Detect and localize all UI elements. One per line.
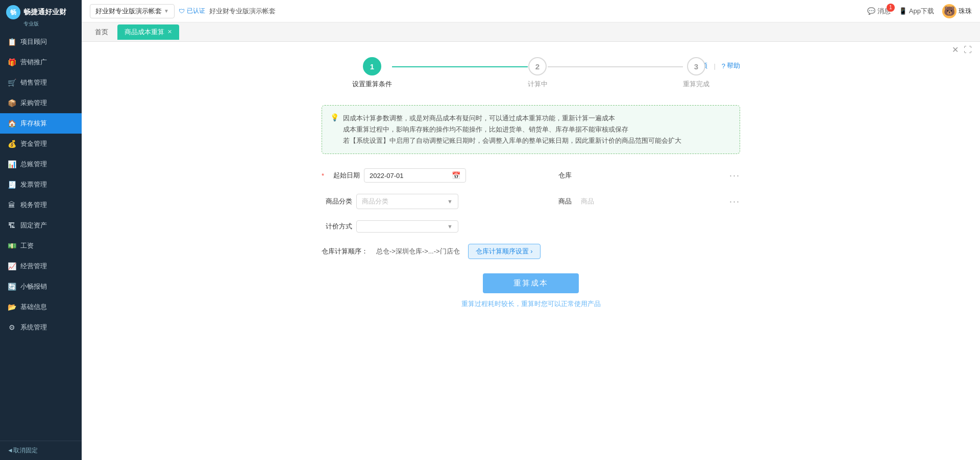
invoice-icon: 🧾 bbox=[7, 181, 16, 189]
step-1-circle: 1 bbox=[363, 57, 381, 75]
recalc-section: 重算成本 重算过程耗时较长，重算时您可以正常使用产品 bbox=[322, 273, 740, 309]
system-icon: ⚙ bbox=[7, 323, 16, 331]
sidebar-item-ledger[interactable]: 📊 总账管理 bbox=[0, 154, 82, 174]
divider: | bbox=[714, 62, 715, 70]
account-selector[interactable]: 好业财专业版演示帐套 ▼ bbox=[90, 4, 175, 18]
sidebar-item-label: 发票管理 bbox=[20, 180, 47, 189]
message-badge: 1 bbox=[887, 4, 895, 12]
message-button[interactable]: 💬 消息 1 bbox=[867, 7, 891, 16]
sidebar-item-sales[interactable]: 🛒 销售管理 bbox=[0, 72, 82, 93]
sidebar-item-finance[interactable]: 💰 资金管理 bbox=[0, 134, 82, 154]
topbar: 好业财专业版演示帐套 ▼ 🛡 已认证 好业财专业版演示帐套 💬 消息 1 📱 A… bbox=[82, 0, 980, 22]
tab-home[interactable]: 首页 bbox=[88, 24, 115, 40]
warehouse-picker[interactable]: ··· bbox=[729, 170, 740, 181]
warehouse-label: 仓库 bbox=[541, 171, 572, 180]
sidebar-item-label: 总账管理 bbox=[20, 160, 47, 169]
start-date-value: 2022-07-01 bbox=[370, 172, 448, 180]
step-line-2 bbox=[548, 66, 683, 67]
user-name: 珠珠 bbox=[959, 7, 972, 16]
sidebar-item-expense[interactable]: 🔄 小畅报销 bbox=[0, 276, 82, 297]
sidebar-item-label: 资金管理 bbox=[20, 139, 47, 148]
project-icon: 📋 bbox=[7, 38, 16, 46]
step-1: 1 设置重算条件 bbox=[352, 57, 392, 89]
content-area: ✕ ⛶ 1 设置重算条件 bbox=[82, 42, 980, 460]
sidebar-item-label: 系统管理 bbox=[20, 323, 47, 332]
app-name: 畅捷通好业财 bbox=[23, 8, 66, 17]
sidebar-item-basic[interactable]: 📂 基础信息 bbox=[0, 297, 82, 317]
sidebar-item-label: 采购管理 bbox=[20, 98, 47, 108]
calc-order-btn-label: 仓库计算顺序设置 › bbox=[476, 247, 533, 256]
category-select[interactable]: 商品分类 ▼ bbox=[356, 194, 458, 209]
help-link[interactable]: ? 帮助 bbox=[722, 61, 740, 70]
app-logo: 畅 畅捷通好业财 专业版 bbox=[0, 0, 82, 32]
calc-order-row: 仓库计算顺序： 总仓->深圳仓库->...->门店仓 仓库计算顺序设置 › bbox=[322, 244, 740, 259]
window-controls: ✕ ⛶ bbox=[952, 46, 972, 54]
inventory-icon: 🏠 bbox=[7, 119, 16, 127]
step-line-1 bbox=[392, 66, 528, 67]
step-1-label: 设置重算条件 bbox=[352, 80, 392, 89]
ledger-icon: 📊 bbox=[7, 160, 16, 168]
product-label: 商品 bbox=[541, 197, 572, 206]
logo-icon: 畅 bbox=[6, 5, 20, 19]
app-download-label: App下载 bbox=[909, 7, 934, 16]
sidebar-item-system[interactable]: ⚙ 系统管理 bbox=[0, 317, 82, 338]
step-2-circle: 2 bbox=[528, 57, 547, 75]
chevron-down-icon: ▼ bbox=[164, 8, 169, 14]
shield-icon: 🛡 bbox=[179, 8, 185, 15]
tab-recalc-label: 商品成本重算 bbox=[125, 28, 164, 37]
warehouse-field: 仓库 ··· bbox=[541, 170, 740, 181]
tab-recalc[interactable]: 商品成本重算 ✕ bbox=[117, 24, 179, 40]
tabbar: 首页 商品成本重算 ✕ bbox=[82, 22, 980, 42]
sidebar-item-label: 库存核算 bbox=[20, 119, 47, 128]
sidebar-item-marketing[interactable]: 🎁 营销推广 bbox=[0, 52, 82, 72]
calc-order-label: 仓库计算顺序： bbox=[322, 247, 368, 256]
recalc-note: 重算过程耗时较长，重算时您可以正常使用产品 bbox=[461, 299, 601, 309]
required-mark: * bbox=[322, 172, 324, 180]
pricing-select[interactable]: ▼ bbox=[356, 220, 458, 233]
product-placeholder-text: 商品 bbox=[576, 194, 725, 209]
sidebar-item-purchase[interactable]: 📦 采购管理 bbox=[0, 93, 82, 113]
sidebar-item-salary[interactable]: 💵 工资 bbox=[0, 236, 82, 256]
sidebar-item-label: 营销推广 bbox=[20, 58, 47, 67]
message-icon: 💬 bbox=[867, 7, 875, 15]
app-download-button[interactable]: 📱 App下载 bbox=[899, 7, 934, 16]
step-2-label: 计算中 bbox=[528, 80, 548, 89]
user-profile[interactable]: 🐻 珠珠 bbox=[942, 4, 972, 18]
form-row-1: * 起始日期 2022-07-01 📅 仓库 ··· bbox=[322, 168, 740, 183]
assets-icon: 🏗 bbox=[7, 221, 16, 229]
start-date-input[interactable]: 2022-07-01 📅 bbox=[364, 168, 466, 183]
content-inner: 1 设置重算条件 2 计算中 bbox=[301, 42, 761, 324]
expand-button[interactable]: ⛶ bbox=[964, 46, 972, 54]
sidebar-item-label: 经营管理 bbox=[20, 262, 47, 271]
chevron-down-icon: ▼ bbox=[447, 198, 453, 205]
sidebar-item-tax[interactable]: 🏛 税务管理 bbox=[0, 195, 82, 215]
pricing-label: 计价方式 bbox=[322, 222, 352, 231]
tab-home-label: 首页 bbox=[95, 28, 108, 37]
sidebar-item-invoice[interactable]: 🧾 发票管理 bbox=[0, 174, 82, 195]
calendar-icon: 📅 bbox=[452, 171, 460, 180]
marketing-icon: 🎁 bbox=[7, 58, 16, 66]
basic-icon: 📂 bbox=[7, 303, 16, 311]
sidebar-item-operation[interactable]: 📈 经营管理 bbox=[0, 256, 82, 276]
unpin-button[interactable]: ◄取消固定 bbox=[0, 441, 82, 460]
question-icon: ? bbox=[722, 62, 725, 70]
avatar: 🐻 bbox=[942, 4, 957, 18]
sidebar: 畅 畅捷通好业财 专业版 📋 项目顾问 🎁 营销推广 🛒 销售管理 📦 采购管理… bbox=[0, 0, 82, 460]
sidebar-item-assets[interactable]: 🏗 固定资产 bbox=[0, 215, 82, 236]
main-wrap: 好业财专业版演示帐套 ▼ 🛡 已认证 好业财专业版演示帐套 💬 消息 1 📱 A… bbox=[82, 0, 980, 460]
sidebar-item-inventory[interactable]: 🏠 库存核算 bbox=[0, 113, 82, 134]
form-row-2: 商品分类 商品分类 ▼ 商品 商品 ··· bbox=[322, 194, 740, 209]
step-2: 2 计算中 bbox=[528, 57, 548, 89]
warehouse-empty bbox=[576, 173, 725, 178]
calc-order-settings-button[interactable]: 仓库计算顺序设置 › bbox=[468, 244, 541, 259]
account-name: 好业财专业版演示帐套 bbox=[95, 7, 162, 16]
sidebar-item-project[interactable]: 📋 项目顾问 bbox=[0, 32, 82, 52]
steps-container: 1 设置重算条件 2 计算中 bbox=[352, 57, 709, 89]
product-picker[interactable]: ··· bbox=[729, 196, 740, 207]
finance-icon: 💰 bbox=[7, 140, 16, 148]
product-field: 商品 商品 ··· bbox=[541, 194, 740, 209]
close-button[interactable]: ✕ bbox=[952, 46, 959, 54]
info-text: 因成本计算参数调整，或是对商品成本有疑问时，可以通过成本重算功能，重新计算一遍成… bbox=[343, 113, 681, 146]
recalc-button[interactable]: 重算成本 bbox=[483, 273, 579, 293]
tab-close-icon[interactable]: ✕ bbox=[167, 29, 172, 35]
